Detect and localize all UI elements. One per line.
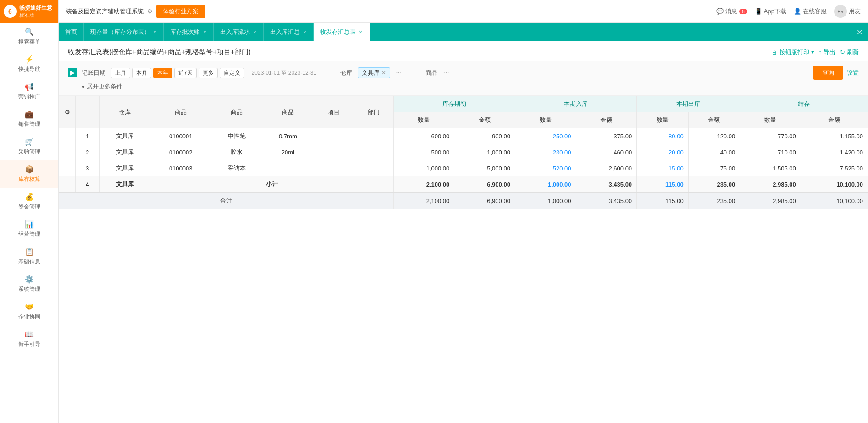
row-index: 2 (76, 144, 100, 160)
sidebar-item-marketing[interactable]: 📢 营销推广 (0, 78, 58, 105)
tab-recv-send-label: 收发存汇总表 (320, 28, 356, 36)
filter-toggle-button[interactable]: ▶ (68, 68, 77, 77)
date-range-label: 2023-01-01 至 2023-12-31 (252, 69, 316, 77)
sidebar-item-label: 快捷导航 (18, 66, 40, 73)
refresh-button[interactable]: ↻ 刷新 (840, 48, 859, 56)
close-icon[interactable]: ✕ (203, 29, 207, 35)
total-row: 合计 2,100.00 6,900.00 1,000.00 3,435.00 1… (59, 192, 868, 209)
query-button[interactable]: 查询 (813, 66, 843, 80)
warehouse-tag-close[interactable]: ✕ (381, 70, 386, 76)
th-in-qty: 数量 (515, 112, 576, 128)
date-btn-this-month[interactable]: 本月 (132, 68, 151, 78)
date-btn-this-year[interactable]: 本年 (153, 68, 172, 78)
row-in-qty[interactable]: 250.00 (515, 128, 576, 144)
th-opening-amt: 金额 (454, 112, 515, 128)
app-download-item[interactable]: 📱 App下载 (755, 7, 786, 16)
row-close-qty: 770.00 (740, 128, 801, 144)
sidebar-item-sales[interactable]: 💼 销售管理 (0, 105, 58, 133)
expand-more-button[interactable]: ▾ 展开更多条件 (82, 82, 859, 91)
row-opening-qty: 1,000.00 (393, 160, 454, 176)
close-icon[interactable]: ✕ (303, 29, 307, 35)
row-out-qty[interactable]: 20.00 (637, 144, 689, 160)
close-icon[interactable]: ✕ (253, 29, 257, 35)
settings-icon[interactable]: ⚙ (147, 8, 153, 15)
th-gear: ⚙ (59, 96, 76, 128)
sidebar-item-guide[interactable]: 📖 新手引导 (0, 325, 58, 353)
row-warehouse: 文具库 (100, 144, 150, 160)
row-gear (59, 128, 76, 144)
row-in-qty[interactable]: 520.00 (515, 160, 576, 176)
row-gear (59, 160, 76, 176)
sidebar-item-finance[interactable]: 💰 资金管理 (0, 188, 58, 215)
sidebar-item-label: 资金管理 (18, 203, 40, 211)
close-icon[interactable]: ✕ (153, 29, 157, 35)
date-btn-more[interactable]: 更多 (199, 68, 218, 78)
tab-batch[interactable]: 库存批次账 ✕ (164, 23, 214, 41)
subtotal-out-amt: 235.00 (688, 176, 740, 193)
sidebar-item-operation[interactable]: 📊 经营管理 (0, 215, 58, 243)
row-out-qty[interactable]: 80.00 (637, 128, 689, 144)
th-project: 项目 (314, 96, 354, 128)
sidebar: 6 畅捷通好生意 标准版 🔍 搜索菜单 ⚡ 快捷导航 📢 营销推广 💼 销 (0, 0, 59, 423)
try-button[interactable]: 体验行业方案 (156, 5, 205, 18)
date-btn-last-month[interactable]: 上月 (111, 68, 130, 78)
user-item[interactable]: Ea 用友 (834, 5, 861, 18)
tab-recv-send[interactable]: 收发存汇总表 ✕ (314, 23, 370, 41)
tab-flow[interactable]: 出入库流水 ✕ (214, 23, 264, 41)
print-button[interactable]: 🖨 按钮版打印 ▾ (772, 48, 814, 56)
row-in-qty[interactable]: 230.00 (515, 144, 576, 160)
row-project (314, 160, 354, 176)
date-btn-7days[interactable]: 近7天 (174, 68, 197, 78)
row-goods-spec: 20ml (262, 144, 314, 160)
tab-inventory-dist[interactable]: 现存量（库存分布表） ✕ (84, 23, 164, 41)
setting-link[interactable]: 设置 (847, 69, 859, 77)
sidebar-item-collab[interactable]: 🤝 企业协同 (0, 298, 58, 325)
close-icon[interactable]: ✕ (359, 29, 363, 35)
row-opening-qty: 600.00 (393, 128, 454, 144)
sidebar-item-system[interactable]: ⚙️ 系统管理 (0, 270, 58, 298)
subtotal-out-qty[interactable]: 115.00 (637, 176, 689, 193)
row-department (354, 144, 393, 160)
print-icon: 🖨 (772, 49, 778, 55)
th-department: 部门 (354, 96, 393, 128)
system-title: 装备及固定资产辅助管理系统 (66, 7, 144, 16)
sidebar-item-label: 库存核算 (18, 176, 40, 183)
sidebar-item-inventory[interactable]: 📦 库存核算 (0, 160, 58, 188)
message-badge: 6 (739, 9, 747, 14)
warehouse-more-button[interactable]: ··· (396, 69, 402, 77)
total-label: 合计 (59, 192, 394, 209)
refresh-icon: ↻ (840, 49, 845, 55)
date-btn-custom[interactable]: 自定义 (220, 68, 244, 78)
online-service-label: 在线客服 (803, 7, 827, 16)
sidebar-item-label: 营销推广 (18, 93, 40, 101)
filter-main: ▶ 记账日期 上月 本月 本年 近7天 更多 自定义 (68, 66, 859, 91)
avatar: Ea (834, 5, 847, 18)
export-icon: ↑ (819, 49, 822, 55)
goods-more-button[interactable]: ··· (443, 69, 449, 77)
row-department (354, 128, 393, 144)
subtotal-in-qty[interactable]: 1,000.00 (515, 176, 576, 193)
th-warehouse: 仓库 (100, 96, 150, 128)
tab-bar-close-button[interactable]: ✕ (851, 28, 868, 37)
sidebar-item-quick[interactable]: ⚡ 快捷导航 (0, 50, 58, 78)
total-out-qty: 115.00 (637, 192, 689, 209)
warehouse-tag: 文具库 ✕ (358, 67, 390, 78)
chevron-down-icon: ▾ (811, 49, 814, 55)
sidebar-item-label: 系统管理 (18, 286, 40, 293)
tab-summary[interactable]: 出入库汇总 ✕ (264, 23, 314, 41)
tab-bar: 首页 现存量（库存分布表） ✕ 库存批次账 ✕ 出入库流水 ✕ 出入库汇总 ✕ … (59, 23, 868, 41)
row-goods-code: 0100003 (150, 160, 211, 176)
sidebar-item-basic[interactable]: 📋 基础信息 (0, 243, 58, 270)
sidebar-item-label: 采购管理 (18, 148, 40, 156)
tab-home[interactable]: 首页 (59, 23, 84, 41)
online-service-item[interactable]: 👤 在线客服 (794, 7, 827, 16)
row-close-amt: 7,525.00 (801, 160, 868, 176)
row-out-qty[interactable]: 15.00 (637, 160, 689, 176)
tab-batch-label: 库存批次账 (170, 28, 200, 36)
sidebar-item-purchase[interactable]: 🛒 采购管理 (0, 133, 58, 160)
date-label: 记账日期 (82, 69, 105, 77)
export-button[interactable]: ↑ 导出 (819, 48, 836, 56)
sidebar-item-search[interactable]: 🔍 搜索菜单 (0, 23, 58, 50)
row-department (354, 160, 393, 176)
message-item[interactable]: 💬 消息 6 (716, 7, 747, 16)
